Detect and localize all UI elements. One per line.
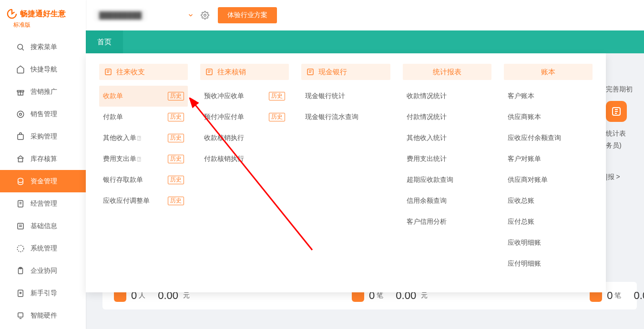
- history-tag[interactable]: 历史: [168, 155, 184, 163]
- menu-link-label: 现金银行统计: [305, 92, 345, 100]
- gear-icon[interactable]: [201, 11, 209, 20]
- metric-unit: 笔: [614, 291, 621, 300]
- menu-link[interactable]: 付款情况统计: [403, 107, 491, 128]
- sidebar-item-4[interactable]: 采购管理: [0, 125, 86, 148]
- menu-link[interactable]: 费用支出单⍰历史: [99, 149, 188, 169]
- menu-link[interactable]: 费用支出统计: [403, 149, 491, 169]
- history-tag[interactable]: 历史: [168, 197, 184, 205]
- sidebar-item-10[interactable]: 企业协同: [0, 259, 86, 282]
- menu-link[interactable]: 应付明细账: [504, 253, 593, 274]
- sidebar-item-1[interactable]: 快捷导航: [0, 58, 86, 80]
- list-icon: [16, 222, 25, 230]
- sidebar-item-2[interactable]: 营销推广: [0, 80, 86, 103]
- help-icon[interactable]: ⍰: [137, 135, 141, 141]
- device-icon: [16, 311, 25, 320]
- menu-link-label: 应收总账: [508, 197, 534, 205]
- history-tag[interactable]: 历史: [168, 92, 184, 100]
- sidebar-item-8[interactable]: 基础信息: [0, 215, 86, 237]
- menu-link[interactable]: 客户信用分析: [403, 211, 491, 232]
- menu-link[interactable]: 供应商对账单: [504, 169, 593, 190]
- menu-link[interactable]: 客户账本: [504, 86, 593, 107]
- menu-link-label: 应收应付调整单: [103, 197, 150, 205]
- menu-link[interactable]: 预收冲应收单历史: [200, 86, 289, 107]
- menu-link-label: 其他收入单⍰: [103, 134, 141, 142]
- sidebar-item-label: 智能硬件: [31, 311, 57, 320]
- menu-link[interactable]: 超期应收款查询: [403, 169, 491, 190]
- menu-link[interactable]: 应收明细账: [504, 232, 593, 253]
- tab-bar: 首页: [86, 30, 644, 53]
- menu-link[interactable]: 付款单历史: [99, 107, 188, 128]
- help-icon[interactable]: ⍰: [137, 156, 141, 162]
- menu-link[interactable]: 付款核销执行: [200, 149, 289, 169]
- history-tag[interactable]: 历史: [168, 113, 184, 121]
- menu-link[interactable]: 银行存取款单历史: [99, 169, 188, 190]
- account-selector[interactable]: █████████: [94, 10, 146, 21]
- sidebar-item-11[interactable]: 新手引导: [0, 282, 86, 304]
- menu-link-label: 银行存取款单: [103, 176, 143, 184]
- menu-link-label: 超期应收款查询: [407, 176, 453, 184]
- partial-text: 统计表: [606, 128, 644, 140]
- menu-link[interactable]: 其他收入单⍰历史: [99, 128, 188, 149]
- sidebar-item-12[interactable]: 智能硬件: [0, 304, 86, 327]
- sidebar-item-label: 销售管理: [31, 110, 57, 119]
- menu-link[interactable]: 客户对账单: [504, 149, 593, 169]
- menu-link[interactable]: 应付总账: [504, 211, 593, 232]
- metric-unit: 笔: [377, 291, 383, 300]
- history-tag[interactable]: 历史: [269, 113, 285, 121]
- panel-column-1: 往来核销预收冲应收单历史预付冲应付单历史收款核销执行付款核销执行: [200, 64, 289, 274]
- tab-home[interactable]: 首页: [86, 30, 123, 53]
- stats-icon[interactable]: [606, 101, 627, 122]
- experience-plan-button[interactable]: 体验行业方案: [218, 7, 277, 23]
- history-tag[interactable]: 历史: [269, 92, 285, 100]
- doc-icon: [16, 199, 25, 208]
- menu-link[interactable]: 收款单历史: [99, 86, 188, 107]
- menu-link[interactable]: 应收应付调整单历史: [99, 190, 188, 211]
- doc-icon: [306, 68, 315, 76]
- menu-link[interactable]: 应收应付余额查询: [504, 128, 593, 149]
- sidebar-item-5[interactable]: 库存核算: [0, 148, 86, 170]
- menu-link-label: 预收冲应收单: [204, 92, 244, 100]
- history-tag[interactable]: 历史: [168, 134, 184, 142]
- menu-link[interactable]: 收款情况统计: [403, 86, 491, 107]
- menu-link-label: 现金银行流水查询: [305, 113, 358, 121]
- sidebar-item-0[interactable]: 搜索菜单: [0, 36, 86, 58]
- menu-link-label: 收款单: [103, 92, 123, 100]
- menu-link[interactable]: 其他收入统计: [403, 128, 491, 149]
- history-tag[interactable]: 历史: [168, 176, 184, 184]
- menu-link[interactable]: 供应商账本: [504, 107, 593, 128]
- home-icon: [16, 65, 25, 74]
- partial-text: 完善期初: [606, 83, 644, 95]
- sidebar-item-3[interactable]: 销售管理: [0, 103, 86, 125]
- svg-point-0: [18, 44, 23, 50]
- menu-link-label: 信用余额查询: [407, 197, 447, 205]
- search-icon: [16, 43, 25, 51]
- column-header: 往来收支: [99, 64, 188, 80]
- sidebar-item-6[interactable]: 资金管理: [0, 170, 86, 192]
- menu-link-label: 付款情况统计: [407, 113, 447, 121]
- svg-point-5: [17, 111, 24, 118]
- column-title: 现金银行: [318, 68, 347, 77]
- sidebar-item-label: 系统管理: [31, 244, 57, 253]
- svg-point-22: [204, 14, 206, 17]
- cart-icon: [16, 132, 25, 141]
- chevron-down-icon[interactable]: [187, 12, 194, 19]
- metric-currency: 元: [421, 291, 428, 300]
- sidebar-item-9[interactable]: 系统管理: [0, 237, 86, 259]
- menu-link[interactable]: 现金银行统计: [301, 86, 390, 107]
- gift-icon: [16, 88, 25, 96]
- menu-link-label: 客户对账单: [508, 155, 541, 163]
- sidebar-item-label: 库存核算: [31, 155, 57, 163]
- column-header: 往来核销: [200, 64, 289, 80]
- sidebar-item-7[interactable]: 经营管理: [0, 192, 86, 215]
- column-header: 现金银行: [301, 64, 390, 80]
- menu-link[interactable]: 现金银行流水查询: [301, 107, 390, 128]
- menu-link[interactable]: 收款核销执行: [200, 128, 289, 149]
- menu-link[interactable]: 信用余额查询: [403, 190, 491, 211]
- menu-link[interactable]: 应收总账: [504, 190, 593, 211]
- menu-link-label: 收款核销执行: [204, 134, 244, 142]
- sidebar-item-label: 新手引导: [31, 289, 57, 298]
- menu-link-label: 客户信用分析: [407, 218, 447, 226]
- column-header: 统计报表: [403, 64, 491, 80]
- menu-link[interactable]: 预付冲应付单历史: [200, 107, 289, 128]
- menu-link-label: 费用支出统计: [407, 155, 447, 163]
